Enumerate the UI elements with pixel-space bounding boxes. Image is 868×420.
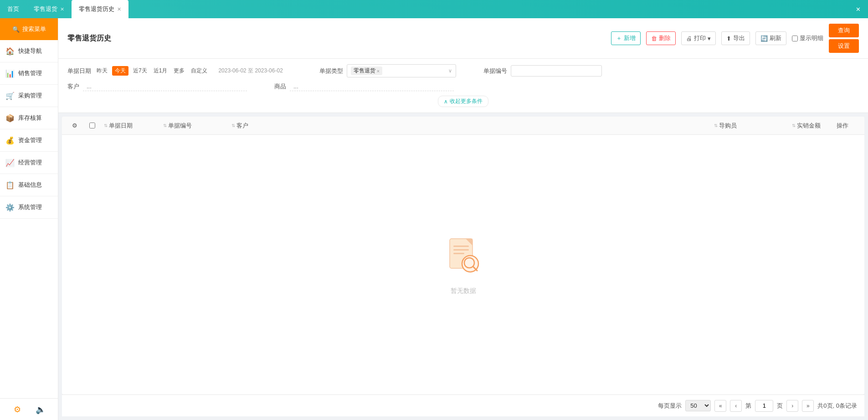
query-button[interactable]: 查询 xyxy=(829,24,859,37)
date-shortcut-1month[interactable]: 近1月 xyxy=(152,66,169,76)
goods-filter: 商品 xyxy=(274,82,454,91)
window-close-btn[interactable]: ✕ xyxy=(856,6,868,13)
show-detail-checkbox[interactable] xyxy=(792,36,798,41)
settings-button[interactable]: 设置 xyxy=(829,39,859,53)
inventory-icon: 📦 xyxy=(5,113,15,123)
show-detail-checkbox-label[interactable]: 显示明细 xyxy=(792,34,823,42)
sidebar-item-operations[interactable]: 📈 经营管理 xyxy=(0,152,58,174)
sidebar-item-purchase-label: 采购管理 xyxy=(18,92,42,100)
sidebar-settings-btn[interactable]: ⚙ xyxy=(10,402,25,417)
sidebar-search[interactable]: 🔍 搜索菜单 xyxy=(0,18,58,40)
number-filter-label: 单据编号 xyxy=(483,67,507,75)
tab-retail-return[interactable]: 零售退货 ✕ xyxy=(26,0,72,18)
col-settings[interactable]: ⚙ xyxy=(66,122,84,129)
page-next-btn[interactable]: › xyxy=(786,400,798,412)
page-prev-btn[interactable]: ‹ xyxy=(730,400,742,412)
delete-icon: 🗑 xyxy=(651,35,657,42)
sidebar-item-system-mgmt[interactable]: ⚙️ 系统管理 xyxy=(0,196,58,219)
sidebar-item-base-info[interactable]: 📋 基础信息 xyxy=(0,174,58,196)
header-actions: ＋ 新增 🗑 删除 🖨 打印 ▾ ⬆ 导出 🔄 刷 xyxy=(611,24,859,53)
date-filter: 单据日期 昨天 今天 近7天 近1月 更多 自定义 xyxy=(67,66,209,76)
system-mgmt-icon: ⚙️ xyxy=(5,203,15,212)
col-amount[interactable]: ⇅ 实销金额 xyxy=(770,122,824,130)
page-title: 零售退货历史 xyxy=(67,34,111,43)
tab-retail-return-history-close[interactable]: ✕ xyxy=(117,6,121,12)
date-shortcut-custom[interactable]: 自定义 xyxy=(189,66,209,76)
sidebar-item-operations-label: 经营管理 xyxy=(18,159,42,167)
tab-bar: 首页 零售退货 ✕ 零售退货历史 ✕ xyxy=(0,0,856,18)
col-settings-icon[interactable]: ⚙ xyxy=(72,122,77,129)
purchase-mgmt-icon: 🛒 xyxy=(5,91,15,100)
export-label: 导出 xyxy=(733,34,745,42)
sidebar-item-quick-nav[interactable]: 🏠 快捷导航 xyxy=(0,40,58,62)
print-button[interactable]: 🖨 打印 ▾ xyxy=(681,31,716,45)
refresh-button[interactable]: 🔄 刷新 xyxy=(755,31,786,45)
sidebar-item-quick-nav-label: 快捷导航 xyxy=(18,47,42,55)
operations-icon: 📈 xyxy=(5,158,15,167)
new-button[interactable]: ＋ 新增 xyxy=(611,31,641,45)
col-checkbox[interactable] xyxy=(84,123,100,128)
col-amount-label: 实销金额 xyxy=(797,122,821,130)
collapse-button[interactable]: ∧ 收起更多条件 xyxy=(438,96,488,107)
customer-input[interactable] xyxy=(83,82,247,91)
col-number-label: 单据编号 xyxy=(168,122,192,130)
type-tag-remove[interactable]: × xyxy=(377,68,380,74)
col-action: 操作 xyxy=(824,122,861,130)
sort-amount-icon: ⇅ xyxy=(792,123,796,128)
col-number[interactable]: ⇅ 单据编号 xyxy=(159,122,228,130)
sidebar-search-label: 搜索菜单 xyxy=(22,25,46,33)
page-header: 零售退货历史 ＋ 新增 🗑 删除 🖨 打印 ▾ ⬆ 导出 xyxy=(58,18,868,59)
col-customer[interactable]: ⇅ 客户 xyxy=(228,122,710,130)
number-input[interactable] xyxy=(511,65,602,77)
date-shortcut-more[interactable]: 更多 xyxy=(172,66,186,76)
page-last-btn[interactable]: » xyxy=(802,400,814,412)
tab-retail-return-close[interactable]: ✕ xyxy=(60,6,64,12)
svg-rect-1 xyxy=(453,246,469,247)
sidebar-item-finance[interactable]: 💰 资金管理 xyxy=(0,129,58,152)
collapse-label: 收起更多条件 xyxy=(450,97,483,105)
type-select[interactable]: 零售退货 × ∨ xyxy=(347,64,456,77)
delete-button[interactable]: 🗑 删除 xyxy=(646,31,676,45)
number-filter: 单据编号 xyxy=(483,65,602,77)
empty-text: 暂无数据 xyxy=(451,287,476,295)
tab-retail-return-history[interactable]: 零售退货历史 ✕ xyxy=(72,0,128,18)
date-shortcut-7days[interactable]: 近7天 xyxy=(131,66,149,76)
sidebar-item-purchase-mgmt[interactable]: 🛒 采购管理 xyxy=(0,85,58,107)
empty-state: 暂无数据 xyxy=(62,135,864,394)
sort-guide-icon: ⇅ xyxy=(714,123,718,128)
page-first-btn[interactable]: « xyxy=(714,400,726,412)
export-button[interactable]: ⬆ 导出 xyxy=(721,31,750,45)
date-shortcuts: 昨天 今天 近7天 近1月 更多 自定义 xyxy=(95,66,209,76)
settings-gear-icon: ⚙ xyxy=(14,405,21,415)
new-icon: ＋ xyxy=(616,34,622,42)
page-size-select[interactable]: 50 10 20 100 xyxy=(685,400,711,411)
filter-row-1: 单据日期 昨天 今天 近7天 近1月 更多 自定义 2023-06-02 至 2… xyxy=(67,64,859,77)
type-tag-value: 零售退货 xyxy=(354,67,375,75)
sidebar-item-base-info-label: 基础信息 xyxy=(18,181,42,189)
date-shortcut-today[interactable]: 今天 xyxy=(112,66,128,76)
top-bar: 首页 零售退货 ✕ 零售退货历史 ✕ ✕ xyxy=(0,0,868,18)
sidebar-item-sales-mgmt[interactable]: 📊 销售管理 xyxy=(0,62,58,85)
tab-retail-return-history-label: 零售退货历史 xyxy=(79,5,114,13)
sidebar-sound-btn[interactable]: 🔈 xyxy=(33,402,48,417)
total-label: 共0页, 0条记录 xyxy=(817,402,857,410)
col-guide[interactable]: ⇅ 导购员 xyxy=(710,122,770,130)
date-shortcut-yesterday[interactable]: 昨天 xyxy=(95,66,109,76)
export-icon: ⬆ xyxy=(726,35,731,42)
tab-home[interactable]: 首页 xyxy=(0,0,26,18)
sidebar-nav: 🏠 快捷导航 📊 销售管理 🛒 采购管理 📦 库存核算 💰 资金管理 📈 xyxy=(0,40,58,398)
sidebar: 🔍 搜索菜单 🏠 快捷导航 📊 销售管理 🛒 采购管理 📦 库存核算 💰 xyxy=(0,18,58,420)
type-chevron-icon: ∨ xyxy=(448,68,452,74)
print-chevron-icon: ▾ xyxy=(708,35,711,42)
select-all-checkbox[interactable] xyxy=(89,123,95,128)
sort-number-icon: ⇅ xyxy=(163,123,167,128)
customer-filter: 客户 xyxy=(67,82,247,91)
sidebar-item-finance-label: 资金管理 xyxy=(18,136,42,144)
filter-area: 单据日期 昨天 今天 近7天 近1月 更多 自定义 2023-06-02 至 2… xyxy=(58,59,868,113)
page-input[interactable] xyxy=(755,400,773,412)
main-layout: 🔍 搜索菜单 🏠 快捷导航 📊 销售管理 🛒 采购管理 📦 库存核算 💰 xyxy=(0,18,868,420)
print-label: 打印 xyxy=(694,34,706,42)
goods-input[interactable] xyxy=(290,82,454,91)
sidebar-item-inventory[interactable]: 📦 库存核算 xyxy=(0,107,58,129)
col-date[interactable]: ⇅ 单据日期 xyxy=(100,122,159,130)
